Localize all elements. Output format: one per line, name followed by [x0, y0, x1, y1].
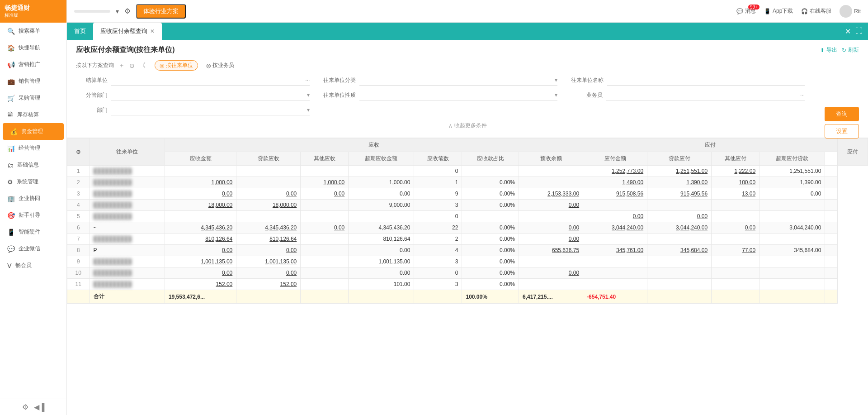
table-container[interactable]: ⚙ 往来单位 应收 应付 应付 应收金额 贷款应收 其他应收 超期应收金额 应收…: [67, 138, 868, 415]
unit-category-input[interactable]: [359, 75, 552, 85]
cell-link[interactable]: 3,044,240.00: [612, 224, 643, 231]
th-settings[interactable]: ⚙: [67, 138, 90, 166]
settings-bottom-btn[interactable]: ⚙: [22, 403, 28, 411]
sidebar-item-marketing[interactable]: 📢营销推广: [0, 56, 66, 73]
cell-link[interactable]: 3,044,240.00: [676, 224, 708, 231]
collapse-conditions-btn[interactable]: ∧ 收起更多条件: [448, 122, 487, 129]
tab-close-all-btn[interactable]: ✕: [845, 27, 851, 36]
sidebar-item-hardware[interactable]: 📱智能硬件: [0, 224, 66, 240]
schema-settings-btn[interactable]: ⊙: [129, 62, 135, 69]
cell-link[interactable]: 0.00: [569, 270, 579, 276]
sidebar-item-purchase[interactable]: 🛒采购管理: [0, 90, 66, 106]
sidebar-item-corp[interactable]: 🏢企业协同: [0, 190, 66, 207]
unit-nature-chevron[interactable]: ▾: [555, 92, 557, 98]
cell-link[interactable]: 1,251,551.00: [676, 168, 708, 174]
cell-link[interactable]: 77.00: [742, 247, 755, 253]
settlement-unit-dots[interactable]: ···: [305, 77, 310, 83]
cell-prepaid-balance: 0.00: [519, 267, 583, 279]
cell-link[interactable]: 4,345,436.20: [201, 224, 232, 231]
tab-home[interactable]: 首页: [67, 23, 93, 40]
message-btn[interactable]: 💬 消息 99+: [736, 7, 756, 15]
cell-link[interactable]: 0.00: [569, 236, 579, 242]
cell-link[interactable]: 1,252,773.00: [612, 168, 643, 174]
unit-category-chevron[interactable]: ▾: [555, 77, 557, 83]
sidebar-item-quick[interactable]: 🏠快捷导航: [0, 39, 66, 56]
schema-by-staff[interactable]: ◎ 按业务员: [202, 61, 239, 70]
refresh-btn[interactable]: ↻ 刷新: [842, 46, 859, 54]
user-avatar-area[interactable]: Rit: [840, 5, 861, 18]
cell-link[interactable]: 0.00: [222, 191, 232, 197]
sidebar-item-search[interactable]: 🔍搜索菜单: [0, 23, 66, 39]
dept-input[interactable]: [111, 105, 305, 115]
cell-link[interactable]: 4,345,436.20: [265, 224, 297, 231]
cell-link[interactable]: 0.00: [286, 247, 297, 253]
footer-loan-receivable: [236, 290, 301, 304]
schema-by-unit[interactable]: ◎ 按往来单位: [155, 60, 198, 71]
sidebar-item-member[interactable]: Ⅴ畅会员: [0, 257, 66, 274]
sidebar-item-fund[interactable]: 💰资金管理: [3, 123, 64, 140]
cell-link[interactable]: 0.00: [222, 247, 232, 253]
cell-link[interactable]: 1,390.00: [686, 179, 708, 186]
cell-link[interactable]: 0.00: [745, 224, 755, 231]
cell-link[interactable]: 1,000.00: [212, 179, 233, 186]
cell-link[interactable]: 810,126.64: [269, 236, 297, 242]
sidebar-item-operation[interactable]: 📊经营管理: [0, 140, 66, 157]
sidebar-item-wechat[interactable]: 💬企业微信: [0, 240, 66, 257]
collapse-sidebar-btn[interactable]: ◀▐: [34, 403, 44, 411]
settlement-unit-input[interactable]: [111, 75, 303, 85]
cell-link[interactable]: 18,000.00: [273, 202, 297, 208]
cell-link[interactable]: 0.00: [569, 224, 579, 231]
dept-chevron[interactable]: ▾: [307, 107, 310, 113]
online-service-btn[interactable]: 🎧 在线客服: [801, 7, 831, 15]
cell-link[interactable]: 0.00: [697, 213, 708, 219]
cell-link[interactable]: 2,153,333.00: [547, 191, 579, 197]
cell-link[interactable]: 152.00: [216, 281, 233, 287]
sidebar-item-inventory[interactable]: 🏛库存核算: [0, 106, 66, 123]
cell-link[interactable]: 345,684.00: [680, 247, 708, 253]
cell-link[interactable]: 0.00: [633, 213, 643, 219]
sidebar-item-sales[interactable]: 💼销售管理: [0, 73, 66, 90]
add-schema-btn[interactable]: ＋: [118, 62, 125, 70]
salesperson-input[interactable]: [606, 90, 798, 100]
cell-link[interactable]: 915,508.56: [616, 191, 643, 197]
cell-link[interactable]: 18,000.00: [208, 202, 232, 208]
dept-manager-input[interactable]: [111, 90, 305, 100]
cell-link[interactable]: 1,222.00: [734, 168, 755, 174]
sidebar-item-guide[interactable]: 🎯新手引导: [0, 207, 66, 224]
set-button[interactable]: 设置: [825, 124, 859, 138]
salesperson-dots[interactable]: ···: [800, 92, 805, 98]
app-download-btn[interactable]: 📱 App下载: [764, 7, 793, 15]
unit-name-input[interactable]: [607, 75, 805, 85]
schema-collapse-btn[interactable]: 《: [139, 62, 146, 70]
unit-nature-input[interactable]: [359, 90, 552, 100]
cell-link[interactable]: 915,495.56: [680, 191, 708, 197]
export-btn[interactable]: ⬆ 导出: [820, 46, 837, 54]
cell-link[interactable]: 0.00: [334, 191, 344, 197]
cell-link[interactable]: 810,126.64: [205, 236, 232, 242]
cell-link[interactable]: 13.00: [742, 191, 755, 197]
sidebar-item-system[interactable]: ⚙系统管理: [0, 173, 66, 190]
cell-link[interactable]: 1,490.00: [622, 179, 643, 186]
cell-link[interactable]: 0.00: [286, 191, 297, 197]
cell-link[interactable]: 0.00: [222, 270, 232, 276]
cell-link[interactable]: 1,001,135.00: [265, 258, 297, 265]
promo-button[interactable]: 体验行业方案: [136, 4, 186, 19]
cell-link[interactable]: 1,001,135.00: [201, 258, 232, 265]
tab-query[interactable]: 应收应付余额查询 ✕: [93, 23, 162, 40]
tab-query-close[interactable]: ✕: [150, 28, 155, 34]
cell-link[interactable]: 0.00: [334, 224, 344, 231]
cell-link[interactable]: 0.00: [286, 270, 297, 276]
cell-receivable-ratio: 0.00%: [462, 267, 519, 279]
topbar-breadcrumb-dropdown[interactable]: ▾: [116, 8, 119, 15]
cell-link[interactable]: 152.00: [280, 281, 297, 287]
cell-link[interactable]: 100.00: [739, 179, 755, 186]
tab-expand-btn[interactable]: ⛶: [855, 27, 863, 35]
cell-link[interactable]: 655,636.75: [552, 247, 579, 253]
dept-manager-chevron[interactable]: ▾: [307, 92, 310, 98]
cell-link[interactable]: 345,761.00: [616, 247, 643, 253]
cell-link[interactable]: 0.00: [569, 202, 579, 208]
topbar-gear-icon[interactable]: ⚙: [124, 7, 131, 15]
query-button[interactable]: 查询: [825, 107, 859, 121]
sidebar-item-basic[interactable]: 🗂基础信息: [0, 157, 66, 173]
cell-link[interactable]: 1,000.00: [324, 179, 345, 186]
